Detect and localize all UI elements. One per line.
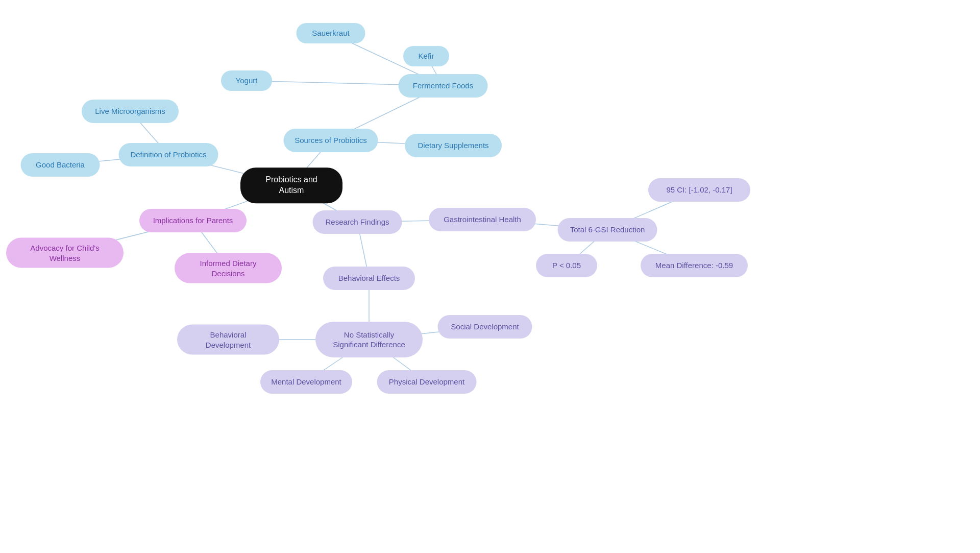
node-advocacy: Advocacy for Child's Wellness [6, 238, 124, 268]
node-research: Research Findings [313, 210, 402, 234]
node-mental_dev: Mental Development [260, 370, 352, 394]
node-center: Probiotics and Autism [240, 167, 342, 203]
node-informed: Informed Dietary Decisions [175, 253, 282, 283]
node-sources: Sources of Probiotics [284, 129, 378, 152]
node-social_dev: Social Development [438, 315, 532, 339]
node-p_value: P < 0.05 [536, 254, 597, 277]
node-gastro: Gastrointestinal Health [429, 208, 536, 231]
node-ci: 95 CI: [-1.02, -0.17] [648, 178, 750, 202]
node-fermented: Fermented Foods [399, 74, 488, 98]
node-yogurt: Yogurt [221, 70, 272, 91]
connections-svg [0, 0, 980, 553]
node-kefir: Kefir [403, 46, 449, 66]
node-behavioral_effects: Behavioral Effects [323, 267, 415, 290]
node-good_bacteria: Good Bacteria [21, 153, 100, 177]
node-dietary_supp: Dietary Supplements [405, 134, 502, 157]
node-live_microorganisms: Live Microorganisms [82, 100, 179, 123]
mindmap-container: Probiotics and AutismDefinition of Probi… [0, 0, 980, 553]
node-total_gsi: Total 6-GSI Reduction [558, 218, 657, 242]
node-definition: Definition of Probiotics [119, 143, 218, 166]
node-sauerkraut: Sauerkraut [297, 23, 365, 43]
node-no_sig: No Statistically Significant Difference [315, 322, 423, 357]
node-implications: Implications for Parents [139, 209, 247, 232]
node-mean_diff: Mean Difference: -0.59 [641, 254, 748, 277]
node-physical_dev: Physical Development [377, 370, 477, 394]
node-behavioral_dev: Behavioral Development [177, 325, 279, 355]
